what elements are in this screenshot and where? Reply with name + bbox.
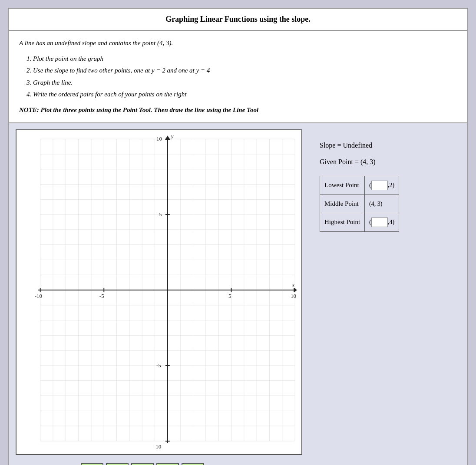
lowest-point-fixed: ,2) <box>388 179 394 191</box>
slope-info: Slope = Undefined Given Point = (4, 3) <box>320 138 452 169</box>
highest-point-label: Highest Point <box>320 213 365 232</box>
note-text: NOTE: Plot the three points using the Po… <box>19 105 457 116</box>
middle-point-value: (4, 3) <box>369 201 382 207</box>
graph-area: .grid-minor { stroke: #ccc; stroke-width… <box>16 129 302 465</box>
main-container: Graphing Linear Functions using the slop… <box>8 8 468 465</box>
given-point-label: Given Point = (4, 3) <box>320 155 452 169</box>
lowest-point-value-cell: ( ,2) <box>365 176 399 195</box>
step-3: Graph the line. <box>33 77 457 89</box>
graph-svg[interactable]: .grid-minor { stroke: #ccc; stroke-width… <box>17 130 301 454</box>
check-tool-button[interactable] <box>131 463 154 465</box>
svg-text:y: y <box>170 133 174 139</box>
svg-text:10: 10 <box>156 135 162 142</box>
highest-point-value-cell: ( ,4) <box>365 213 399 232</box>
right-panel: Slope = Undefined Given Point = (4, 3) L… <box>302 129 460 232</box>
title-bar: Graphing Linear Functions using the slop… <box>9 9 467 31</box>
lowest-point-label: Lowest Point <box>320 176 365 195</box>
svg-text:-10: -10 <box>35 293 42 299</box>
highest-point-input-group: ( ,4) <box>369 215 394 229</box>
step-2: Use the slope to find two other points, … <box>33 65 457 76</box>
problem-section: A line has an undefined slope and contai… <box>9 31 467 123</box>
svg-text:5: 5 <box>159 211 162 218</box>
svg-text:x: x <box>291 281 294 288</box>
line-tool-button[interactable] <box>81 463 103 465</box>
svg-text:10: 10 <box>291 293 296 299</box>
lowest-point-x-input[interactable] <box>371 181 388 190</box>
middle-point-label: Middle Point <box>320 195 365 213</box>
curve-tool-button[interactable] <box>106 463 129 465</box>
svg-rect-0 <box>17 130 301 454</box>
lowest-point-input-group: ( ,2) <box>369 178 394 192</box>
lowest-point-row: Lowest Point ( ,2) <box>320 176 399 195</box>
svg-text:-10: -10 <box>154 443 161 450</box>
svg-text:5: 5 <box>228 293 231 299</box>
steps-list: Plot the point on the graph Use the slop… <box>33 53 457 100</box>
highest-point-fixed: ,4) <box>388 216 394 228</box>
highest-point-row: Highest Point ( ,4) <box>320 213 399 232</box>
highest-point-x-input[interactable] <box>371 218 388 227</box>
step-4: Write the ordered pairs for each of your… <box>33 89 457 100</box>
points-table: Lowest Point ( ,2) Middle Point <box>320 176 399 232</box>
toolbar: Clear All Draw: <box>16 460 206 465</box>
middle-point-row: Middle Point (4, 3) <box>320 195 399 213</box>
problem-intro: A line has an undefined slope and contai… <box>19 38 457 49</box>
middle-point-value-cell: (4, 3) <box>365 195 399 213</box>
page-title: Graphing Linear Functions using the slop… <box>165 15 311 23</box>
svg-text:-5: -5 <box>156 362 161 369</box>
svg-text:-5: -5 <box>99 293 104 299</box>
circle-tool-button[interactable] <box>156 463 179 465</box>
content-row: .grid-minor { stroke: #ccc; stroke-width… <box>9 123 467 465</box>
slope-label: Slope = Undefined <box>320 138 452 153</box>
point-tool-button[interactable] <box>182 463 204 465</box>
step-1: Plot the point on the graph <box>33 53 457 65</box>
graph-wrapper[interactable]: .grid-minor { stroke: #ccc; stroke-width… <box>16 129 302 455</box>
